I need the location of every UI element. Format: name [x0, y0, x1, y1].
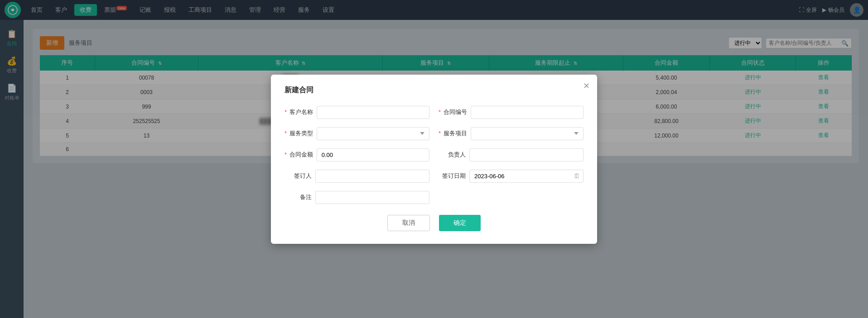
service-type-label: * 服务类型: [285, 129, 313, 138]
sign-date-input[interactable]: [469, 170, 583, 183]
form-group-customer: * 客户名称: [285, 106, 429, 119]
customer-name-input[interactable]: [317, 106, 429, 119]
required-star-4: *: [439, 130, 441, 137]
customer-name-label: * 客户名称: [285, 108, 313, 116]
amount-label: * 合同金额: [285, 151, 313, 159]
form-group-sign-date: 签订日期 🗓: [439, 170, 583, 183]
form-row-4: 签订人 签订日期 🗓: [285, 170, 583, 183]
form-group-service-type: * 服务类型: [285, 127, 429, 140]
sign-date-label: 签订日期: [439, 172, 466, 180]
modal-footer: 取消 确定: [285, 215, 583, 231]
required-star-1: *: [285, 109, 287, 115]
new-contract-modal: 新建合同 ✕ * 客户名称 * 合同编号: [271, 75, 597, 244]
form-row-1: * 客户名称 * 合同编号: [285, 106, 583, 119]
contract-no-input[interactable]: [471, 106, 583, 119]
contract-no-label: * 合同编号: [439, 108, 467, 116]
signer-input[interactable]: [315, 170, 429, 183]
required-star-3: *: [285, 130, 287, 137]
form-group-remarks: 备注: [285, 191, 429, 204]
contract-amount-input[interactable]: [317, 148, 429, 161]
remarks-label: 备注: [285, 193, 312, 201]
modal-title: 新建合同: [285, 85, 583, 95]
form-group-responsible: 负责人: [439, 148, 583, 161]
required-star-2: *: [439, 109, 441, 115]
required-star-5: *: [285, 151, 287, 158]
form-row-2: * 服务类型 * 服务项目: [285, 127, 583, 140]
service-item-label: * 服务项目: [439, 129, 467, 138]
cancel-button[interactable]: 取消: [387, 215, 430, 231]
form-row-3: * 合同金额 负责人: [285, 148, 583, 161]
calendar-icon[interactable]: 🗓: [574, 172, 580, 180]
form-group-service-item: * 服务项目: [439, 127, 583, 140]
confirm-button[interactable]: 确定: [439, 215, 481, 231]
date-input-wrap: 🗓: [469, 170, 583, 183]
form-row-5: 备注: [285, 191, 583, 204]
responsible-label: 负责人: [439, 151, 466, 159]
form-group-contract-no: * 合同编号: [439, 106, 583, 119]
responsible-input[interactable]: [469, 148, 583, 161]
modal-overlay: 新建合同 ✕ * 客户名称 * 合同编号: [0, 0, 868, 318]
remarks-input[interactable]: [315, 191, 429, 204]
form-group-amount: * 合同金额: [285, 148, 429, 161]
service-item-select[interactable]: [471, 127, 583, 140]
form-group-signer: 签订人: [285, 170, 429, 183]
signer-label: 签订人: [285, 172, 312, 180]
modal-close-button[interactable]: ✕: [583, 81, 590, 91]
service-type-select[interactable]: [317, 127, 429, 140]
